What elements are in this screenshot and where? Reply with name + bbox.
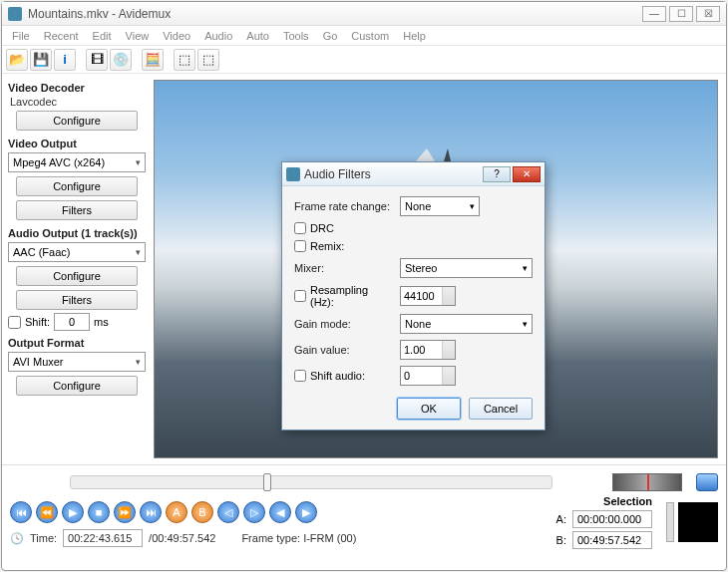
audio-output-filters-button[interactable]: Filters [16, 290, 138, 310]
volume-slider[interactable] [666, 502, 674, 542]
selection-panel: Selection A: 00:00:00.000 B: 00:49:57.54… [556, 495, 656, 549]
menu-audio[interactable]: Audio [198, 28, 238, 44]
shift-audio-checkbox[interactable] [294, 370, 306, 382]
jog-wheel[interactable] [612, 473, 682, 491]
remix-checkbox[interactable] [294, 240, 306, 252]
dialog-body: Frame rate change: None DRC Remix: Mixer… [282, 186, 545, 429]
menu-help[interactable]: Help [397, 28, 432, 44]
resampling-input[interactable]: 44100 [400, 286, 456, 306]
video-output-configure-button[interactable]: Configure [16, 176, 138, 196]
time-total: /00:49:57.542 [149, 532, 215, 544]
app-icon [8, 7, 22, 21]
time-label: Time: [30, 532, 57, 544]
menu-edit[interactable]: Edit [87, 28, 118, 44]
window-title: Mountains.mkv - Avidemux [28, 7, 639, 21]
playback-controls: ⏮ ⏪ ▶ ■ ⏩ ⏭ A B ◁ ▷ ◀ ▶ [10, 495, 556, 523]
menu-video[interactable]: Video [157, 28, 196, 44]
next-kf-icon[interactable]: ▷ [243, 501, 265, 523]
cancel-button[interactable]: Cancel [469, 398, 533, 420]
slider-thumb[interactable] [263, 473, 271, 491]
video-decoder-configure-button[interactable]: Configure [16, 111, 138, 131]
sidebar: Video Decoder Lavcodec Configure Video O… [2, 74, 152, 464]
output-format-dropdown[interactable]: AVI Muxer [8, 352, 146, 372]
resampling-label: Resampling (Hz): [310, 284, 394, 308]
stop-icon[interactable]: ■ [88, 501, 110, 523]
video-output-title: Video Output [8, 138, 146, 149]
selection-a-label: A: [556, 513, 566, 525]
frame-rate-dropdown[interactable]: None [400, 196, 480, 216]
menu-view[interactable]: View [120, 28, 156, 44]
dialog-help-button[interactable]: ? [483, 166, 511, 182]
dialog-title: Audio Filters [304, 167, 481, 181]
menu-recent[interactable]: Recent [38, 28, 85, 44]
folder-open-icon[interactable]: 📂 [6, 49, 28, 71]
mixer-dropdown[interactable]: Stereo [400, 258, 533, 278]
minimize-button[interactable]: — [642, 6, 666, 22]
save-icon[interactable]: 💾 [30, 49, 52, 71]
jog-button[interactable] [696, 473, 718, 491]
selection-b-value: 00:49:57.542 [572, 531, 652, 549]
mixer-label: Mixer: [294, 262, 394, 274]
window-b-icon[interactable]: ⬚ [197, 49, 219, 71]
menu-auto[interactable]: Auto [240, 28, 275, 44]
dialog-close-button[interactable]: ✕ [513, 166, 541, 182]
shift-audio-input[interactable]: 0 [400, 366, 456, 386]
menu-file[interactable]: File [6, 28, 36, 44]
next-black-icon[interactable]: ▶ [295, 501, 317, 523]
resampling-checkbox[interactable] [294, 290, 306, 302]
shift-audio-label: Shift audio: [310, 370, 365, 382]
audio-filters-dialog: Audio Filters ? ✕ Frame rate change: Non… [281, 161, 546, 430]
output-format-value: AVI Muxer [13, 356, 64, 368]
audio-output-title: Audio Output (1 track(s)) [8, 227, 146, 239]
output-format-configure-button[interactable]: Configure [16, 376, 138, 396]
timeline-slider[interactable] [70, 475, 552, 489]
frame-rate-value: None [405, 200, 431, 212]
video-output-codec-value: Mpeg4 AVC (x264) [13, 156, 105, 168]
output-format-title: Output Format [8, 337, 146, 349]
gain-value-input[interactable]: 1.00 [400, 340, 456, 360]
media-icon[interactable]: 🎞 [86, 49, 108, 71]
skip-fwd-icon[interactable]: ⏭ [140, 501, 162, 523]
time-current-input[interactable]: 00:22:43.615 [63, 529, 143, 547]
prev-kf-icon[interactable]: ◁ [217, 501, 239, 523]
drc-checkbox[interactable] [294, 222, 306, 234]
titlebar: Mountains.mkv - Avidemux — ☐ ☒ [2, 2, 726, 26]
ok-button[interactable]: OK [397, 398, 461, 420]
audio-output-configure-button[interactable]: Configure [16, 266, 138, 286]
selection-b-label: B: [556, 534, 566, 546]
menu-tools[interactable]: Tools [277, 28, 315, 44]
skip-back-icon[interactable]: ⏮ [10, 501, 32, 523]
audio-output-codec-dropdown[interactable]: AAC (Faac) [8, 242, 146, 262]
calculator-icon[interactable]: 🧮 [142, 49, 164, 71]
video-decoder-title: Video Decoder [8, 82, 146, 94]
mark-b-icon[interactable]: B [191, 501, 213, 523]
menu-go[interactable]: Go [317, 28, 344, 44]
window-a-icon[interactable]: ⬚ [174, 49, 195, 71]
video-output-codec-dropdown[interactable]: Mpeg4 AVC (x264) [8, 152, 146, 172]
menu-custom[interactable]: Custom [345, 28, 395, 44]
selection-title: Selection [603, 495, 652, 507]
dialog-icon [286, 167, 300, 181]
window-close-button[interactable]: ☒ [696, 6, 720, 22]
remix-label: Remix: [310, 240, 344, 252]
info-icon[interactable]: i [54, 49, 76, 71]
disc-icon[interactable]: 💿 [110, 49, 132, 71]
step-fwd-icon[interactable]: ⏩ [114, 501, 136, 523]
audio-output-codec-value: AAC (Faac) [13, 246, 70, 258]
separator [166, 49, 172, 71]
maximize-button[interactable]: ☐ [669, 6, 693, 22]
selection-a-value: 00:00:00.000 [572, 510, 652, 528]
dialog-titlebar: Audio Filters ? ✕ [282, 162, 545, 186]
shift-checkbox[interactable] [8, 316, 21, 329]
shift-value-input[interactable]: 0 [54, 313, 90, 331]
time-bar: 🕓 Time: 00:22:43.615 /00:49:57.542 Frame… [10, 529, 556, 547]
frame-rate-label: Frame rate change: [294, 200, 394, 212]
mark-a-icon[interactable]: A [166, 501, 187, 523]
play-icon[interactable]: ▶ [62, 501, 84, 523]
shift-label: Shift: [25, 316, 50, 328]
separator [134, 49, 140, 71]
step-back-icon[interactable]: ⏪ [36, 501, 58, 523]
video-output-filters-button[interactable]: Filters [16, 200, 138, 220]
gain-mode-dropdown[interactable]: None [400, 314, 533, 334]
prev-black-icon[interactable]: ◀ [269, 501, 291, 523]
